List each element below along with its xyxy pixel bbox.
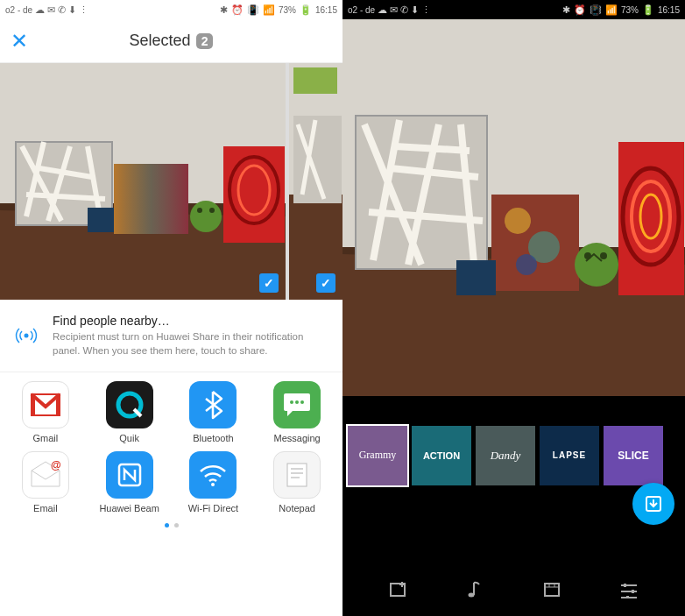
app-label: Bluetooth [193,433,233,444]
app-label: Messaging [274,433,321,444]
battery-icon: 🔋 [642,4,654,16]
selection-count-badge: 2 [196,33,214,49]
filter-grammy[interactable]: Grammy [348,426,407,485]
photo-image [0,63,286,300]
svg-point-35 [516,254,537,275]
share-app-grid: Gmail Quik Bluetooth Messaging [0,372,342,520]
vibrate-icon: 📳 [590,4,602,16]
photo-strip[interactable]: ✓ ✓ [0,63,342,300]
svg-rect-4 [114,164,188,234]
quik-icon [106,381,153,428]
svg-rect-11 [88,208,114,232]
svg-point-20 [295,400,299,404]
page-dot [174,523,179,527]
checkbox-icon[interactable]: ✓ [316,273,335,293]
svg-point-24 [211,483,215,486]
svg-text:@: @ [51,460,61,471]
share-app-messaging[interactable]: Messaging [257,381,337,444]
filter-lapse[interactable]: LAPSE [540,426,599,485]
carrier-label: o2 - de [5,5,32,15]
share-app-email[interactable]: @ Email [5,451,86,514]
nearby-desc: Recipient must turn on Huawei Share in t… [53,330,330,358]
music-icon [467,579,484,600]
checkbox-icon[interactable]: ✓ [259,273,279,293]
svg-point-5 [190,201,222,232]
svg-rect-14 [293,67,337,94]
svg-rect-56 [626,596,629,598]
whatsapp-status-icon: ✆ [58,4,66,16]
nav-add-media[interactable] [381,579,416,600]
svg-point-37 [575,243,618,287]
cloud-icon: ☁ [35,4,45,16]
svg-point-7 [209,208,215,213]
photo-thumbnail-2[interactable]: ✓ [289,63,342,300]
clock: 16:15 [315,5,337,15]
clock: 16:15 [658,5,680,15]
signal-icon: 📶 [263,4,275,16]
header: ✕ Selected 2 [0,19,342,63]
gmail-icon [22,381,69,428]
carrier-label: o2 - de [348,5,375,15]
broadcast-icon [11,314,42,358]
app-label: Quik [119,433,139,444]
filter-slice[interactable]: SLICE [604,426,663,485]
messaging-icon [273,381,321,428]
filter-dandy[interactable]: Dandy [476,426,535,485]
signal-icon: 📶 [605,4,618,16]
svg-rect-54 [624,584,626,587]
more-status-icon: ⋮ [79,4,88,16]
nav-settings[interactable] [611,581,646,598]
save-fab[interactable] [632,483,674,525]
share-screen: o2 - de ☁ ✉ ✆ ⬇ ⋮ ✱ ⏰ 📳 📶 73% 🔋 16:15 ✕ … [0,0,342,616]
nfc-icon [106,451,153,499]
status-bar: o2 - de ☁ ✉ ✆ ⬇ ⋮ ✱ ⏰ 📳 📶 73% 🔋 16:15 [0,0,342,19]
share-app-gmail[interactable]: Gmail [5,381,86,444]
filter-strip[interactable]: Grammy ACTION Dandy LAPSE SLICE [342,414,685,497]
film-icon [542,580,561,599]
nav-music[interactable] [458,579,493,600]
close-button[interactable]: ✕ [11,29,28,53]
mail-status-icon: ✉ [390,4,398,16]
svg-point-16 [25,334,29,338]
bluetooth-status-icon: ✱ [562,4,570,16]
svg-point-39 [600,252,607,259]
share-app-bluetooth[interactable]: Bluetooth [173,381,254,444]
page-dot-active [165,523,169,527]
download-status-icon: ⬇ [68,4,76,16]
app-label: Wi-Fi Direct [188,503,238,514]
share-app-wifi-direct[interactable]: Wi-Fi Direct [173,451,254,514]
vibrate-icon: 📳 [247,4,259,16]
svg-point-33 [505,208,531,234]
share-app-huawei-beam[interactable]: Huawei Beam [89,451,170,514]
app-label: Email [33,503,58,514]
battery-pct: 73% [279,5,296,15]
share-app-quik[interactable]: Quik [89,381,170,444]
video-editor-screen: o2 - de ☁ ✉ ✆ ⬇ ⋮ ✱ ⏰ 📳 📶 73% 🔋 16:15 [342,0,685,616]
nav-clips[interactable] [534,580,569,599]
wifi-icon [189,451,237,499]
filter-action[interactable]: ACTION [412,426,471,485]
mail-status-icon: ✉ [47,4,55,16]
battery-icon: 🔋 [300,4,312,16]
nearby-title: Find people nearby… [53,314,330,328]
more-status-icon: ⋮ [421,4,431,16]
share-app-notepad[interactable]: Notepad [257,451,337,514]
status-bar: o2 - de ☁ ✉ ✆ ⬇ ⋮ ✱ ⏰ 📳 📶 73% 🔋 16:15 [342,0,685,19]
svg-rect-25 [287,464,307,486]
app-label: Gmail [33,433,59,444]
photo-thumbnail-1[interactable]: ✓ [0,63,286,300]
svg-rect-55 [632,590,634,593]
nearby-share-section[interactable]: Find people nearby… Recipient must turn … [0,300,342,372]
notepad-icon [273,451,321,499]
sliders-icon [618,581,639,598]
preview-viewport[interactable] [342,19,685,396]
header-title: Selected [130,32,191,50]
svg-point-6 [197,208,202,213]
whatsapp-status-icon: ✆ [400,4,408,16]
save-icon [644,494,663,513]
app-label: Notepad [279,503,315,514]
photo-image [289,63,342,300]
alarm-icon: ⏰ [574,4,586,16]
bluetooth-status-icon: ✱ [220,4,228,16]
svg-rect-36 [456,260,496,295]
